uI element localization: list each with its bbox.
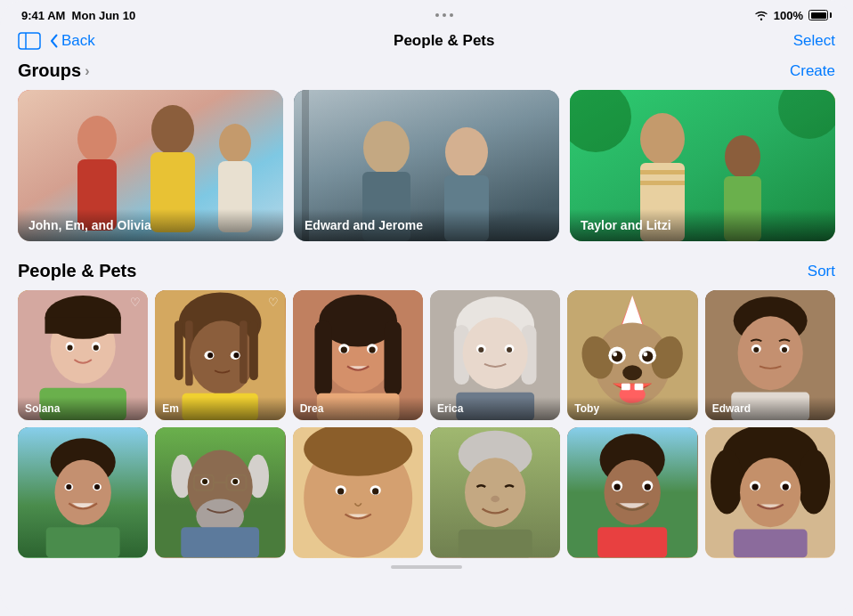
svg-point-81 [623, 365, 643, 380]
person-toby-label: Toby [567, 397, 697, 420]
back-button[interactable]: Back [50, 32, 95, 50]
content-area: Groups › Create [0, 57, 853, 569]
svg-rect-27 [45, 317, 120, 333]
person-drea[interactable]: Drea [293, 290, 423, 420]
group-3-label: Taylor and Litzi [570, 209, 835, 241]
groups-header: Groups › Create [18, 61, 835, 81]
svg-rect-49 [314, 320, 332, 396]
svg-rect-50 [384, 320, 402, 396]
svg-point-78 [642, 351, 653, 361]
person-edward-label: Edward [705, 397, 835, 420]
status-right: 100% [754, 9, 832, 22]
group-card-2[interactable]: Edward and Jerome [294, 90, 559, 241]
svg-point-141 [751, 484, 758, 490]
svg-point-137 [797, 450, 830, 515]
svg-point-5 [151, 105, 194, 155]
svg-rect-100 [46, 528, 120, 558]
status-center [435, 13, 453, 17]
wifi-icon [754, 10, 768, 20]
svg-point-77 [612, 351, 622, 361]
person-solana[interactable]: ♡ Solana [18, 290, 148, 420]
svg-point-142 [782, 484, 788, 490]
person-r2-2[interactable] [155, 427, 285, 557]
person-r2-1[interactable] [18, 427, 148, 557]
person-erica[interactable]: Erica [430, 290, 560, 420]
people-grid-row1: ♡ Solana [18, 290, 835, 420]
svg-rect-36 [175, 320, 183, 380]
svg-rect-39 [249, 320, 258, 380]
svg-rect-125 [459, 530, 532, 558]
scroll-indicator [18, 565, 835, 569]
svg-point-138 [740, 458, 800, 527]
battery-percent: 100% [774, 9, 803, 22]
svg-point-11 [363, 121, 410, 174]
svg-point-119 [337, 489, 344, 495]
svg-rect-113 [182, 528, 260, 558]
page-title: People & Pets [394, 32, 494, 50]
person-r2-4[interactable] [430, 427, 560, 557]
svg-point-132 [645, 484, 651, 490]
svg-point-64 [478, 347, 483, 353]
group-card-3[interactable]: Taylor and Litzi [570, 90, 835, 241]
person-r2-3[interactable] [293, 427, 423, 557]
groups-title: Groups › [18, 61, 89, 81]
person-em[interactable]: ♡ Em [155, 290, 285, 420]
person-r2-6[interactable] [705, 427, 835, 557]
svg-point-131 [614, 484, 621, 490]
person-drea-label: Drea [293, 397, 423, 420]
svg-point-87 [737, 316, 802, 390]
svg-point-108 [202, 479, 207, 484]
heart-icon-solana: ♡ [130, 296, 141, 309]
svg-point-99 [94, 484, 100, 490]
status-bar: 9:41 AM Mon Jun 10 100% [0, 0, 853, 28]
svg-point-22 [725, 135, 760, 178]
select-button[interactable]: Select [793, 32, 835, 50]
svg-point-95 [54, 460, 110, 525]
people-grid-row2 [18, 427, 835, 557]
svg-point-44 [234, 353, 240, 358]
group-card-1[interactable]: John, Em, and Olivia [18, 90, 283, 241]
svg-point-30 [67, 345, 72, 351]
person-erica-label: Erica [430, 397, 560, 420]
group-2-label: Edward and Jerome [294, 209, 559, 241]
sidebar-icon[interactable] [18, 32, 41, 50]
groups-row: John, Em, and Olivia [18, 90, 835, 241]
nav-bar: Back People & Pets Select [0, 28, 853, 57]
svg-rect-20 [640, 170, 685, 174]
svg-point-61 [463, 317, 528, 388]
status-time: 9:41 AM Mon Jun 10 [21, 9, 135, 22]
svg-point-98 [66, 484, 71, 490]
svg-point-79 [613, 353, 618, 357]
create-button[interactable]: Create [790, 62, 835, 80]
people-header: People & Pets Sort [18, 261, 835, 281]
back-label: Back [61, 32, 95, 50]
person-toby[interactable]: Toby [567, 290, 697, 420]
person-r2-5[interactable] [567, 427, 697, 557]
svg-point-18 [640, 113, 685, 165]
svg-point-31 [93, 345, 99, 351]
svg-point-136 [711, 450, 743, 515]
sort-button[interactable]: Sort [808, 263, 835, 280]
svg-point-7 [219, 124, 251, 163]
svg-rect-133 [597, 528, 667, 558]
people-title: People & Pets [18, 261, 136, 281]
svg-point-80 [644, 353, 648, 357]
scroll-pill [391, 565, 462, 569]
svg-point-90 [753, 347, 759, 353]
svg-point-3 [77, 116, 117, 162]
svg-rect-143 [733, 530, 807, 558]
person-solana-label: Solana [18, 397, 148, 420]
svg-rect-84 [635, 384, 644, 390]
heart-icon-em: ♡ [268, 296, 279, 309]
svg-point-53 [340, 346, 346, 353]
person-edward[interactable]: Edward [705, 290, 835, 420]
svg-rect-83 [621, 384, 630, 390]
nav-left: Back [18, 32, 95, 50]
svg-point-43 [207, 353, 213, 358]
svg-point-91 [782, 347, 787, 353]
groups-chevron[interactable]: › [85, 63, 89, 79]
battery-icon [808, 10, 832, 20]
svg-rect-21 [640, 181, 685, 185]
people-section: People & Pets Sort [18, 261, 835, 558]
person-em-label: Em [155, 397, 285, 420]
